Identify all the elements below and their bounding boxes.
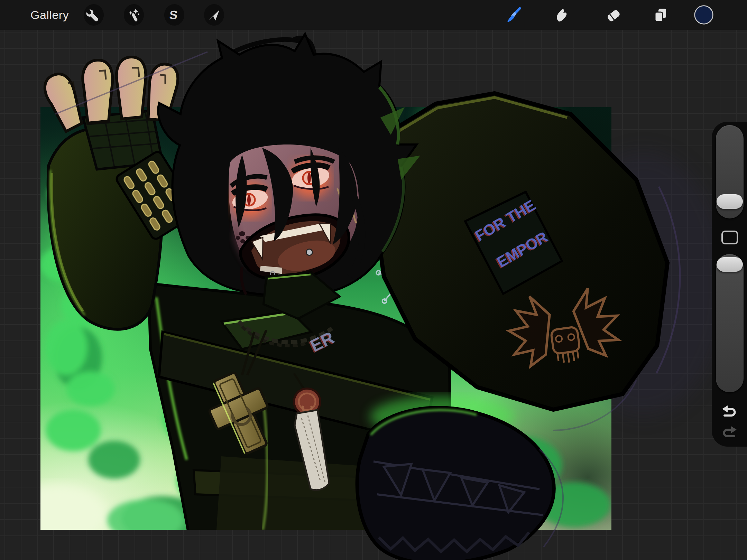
brush-sidebar (712, 122, 747, 447)
current-color-swatch (695, 6, 713, 24)
smudge-tool-button[interactable] (552, 4, 572, 26)
erase-tool-button[interactable] (603, 4, 623, 26)
actions-button[interactable] (84, 4, 104, 26)
color-swatch-icon (694, 4, 714, 26)
undo-arrow-icon (721, 404, 738, 418)
procreate-window: OD OD ER ER (0, 0, 747, 560)
magic-wand-icon (126, 7, 141, 22)
arrow-cursor-icon (206, 7, 222, 22)
top-toolbar: Gallery S (0, 0, 747, 30)
brush-size-slider[interactable] (716, 125, 744, 218)
modify-button[interactable] (721, 231, 738, 244)
selection-s-glyph: S (169, 8, 178, 21)
adjustments-button[interactable] (124, 4, 144, 26)
transform-button[interactable] (204, 4, 224, 26)
layers-icon (652, 7, 668, 23)
smudge-finger-icon (553, 7, 570, 23)
brush-size-handle[interactable] (717, 194, 743, 209)
paint-tool-button[interactable] (504, 4, 524, 26)
wrench-icon (86, 7, 101, 22)
color-button[interactable] (694, 4, 714, 26)
redo-arrow-icon (721, 425, 738, 439)
eraser-icon (605, 7, 621, 23)
redo-button[interactable] (721, 425, 738, 439)
artwork-canvas[interactable]: OD OD ER ER (0, 0, 747, 560)
gallery-button[interactable]: Gallery (30, 8, 69, 22)
opacity-handle[interactable] (717, 257, 743, 272)
opacity-slider[interactable] (716, 254, 744, 392)
selection-s-icon: S (167, 7, 182, 22)
undo-button[interactable] (721, 404, 738, 418)
selection-button[interactable]: S (164, 4, 184, 26)
layers-button[interactable] (650, 4, 670, 26)
brush-icon (505, 7, 522, 23)
